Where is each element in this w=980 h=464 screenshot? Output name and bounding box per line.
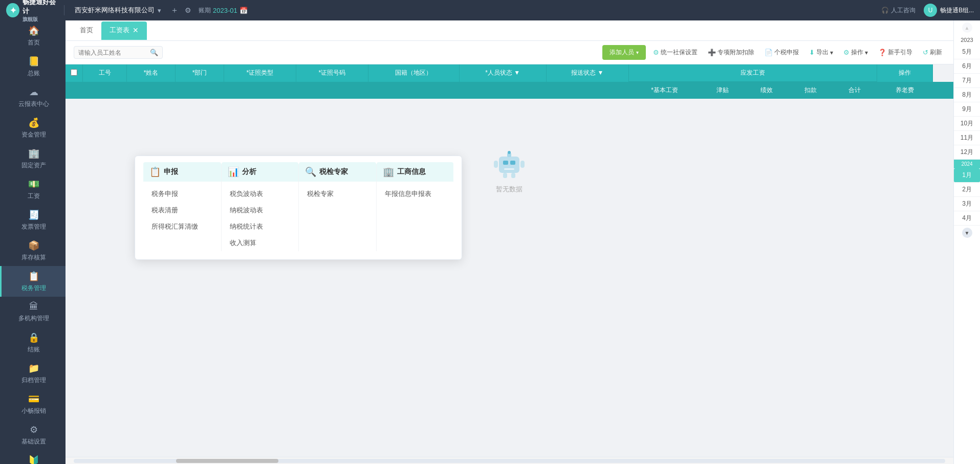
social-insurance-button[interactable]: ⚙ 统一社保设置 — [650, 48, 701, 57]
period-value[interactable]: 2023-01 — [213, 7, 237, 14]
funds-icon: 💰 — [28, 117, 39, 128]
export-icon: ⬇ — [809, 49, 815, 56]
th-sub-empty — [66, 82, 628, 99]
popup-section-business-info: 🏢 工商信息 年报信息申报表 — [376, 164, 454, 251]
svg-rect-1 — [503, 161, 508, 165]
user-menu[interactable]: U 畅捷通B组... — [924, 4, 974, 17]
report-filter-icon[interactable]: ▼ — [597, 69, 603, 76]
tab-close-icon[interactable]: ✕ — [133, 26, 139, 34]
company-selector[interactable]: 西安虾米网络科技有限公司 ▾ — [69, 6, 167, 15]
export-button[interactable]: ⬇ 导出 ▾ — [806, 48, 836, 57]
sidebar-item-tax[interactable]: 📋 税务管理 — [0, 266, 66, 297]
cal-month-12[interactable]: 12月 — [954, 145, 980, 160]
popup-item-tax-expert[interactable]: 税检专家 — [305, 186, 370, 202]
company-settings-icon[interactable]: ⚙ — [182, 6, 194, 14]
calendar-up-button[interactable]: ▲ — [962, 23, 972, 33]
th-salary-group: 应发工资 — [628, 64, 877, 82]
home-icon: 🏠 — [28, 25, 39, 36]
newbie-guide-button[interactable]: ❓ 新手引导 — [875, 48, 916, 57]
sidebar-item-ledger[interactable]: 📒 总账 — [0, 51, 66, 82]
sidebar-item-basic-settings[interactable]: ⚙ 基础设置 — [0, 419, 66, 450]
fixed-assets-icon: 🏢 — [28, 148, 39, 159]
cal-month-5[interactable]: 5月 — [954, 45, 980, 59]
tax-declaration-icon: 📄 — [765, 49, 773, 56]
sidebar-item-funds[interactable]: 💰 资金管理 — [0, 113, 66, 143]
cal-month-2[interactable]: 2月 — [954, 183, 980, 197]
horizontal-scrollbar[interactable] — [66, 457, 953, 464]
popup-section-analysis: 📊 分析 税负波动表 纳税波动表 纳税统计表 收入测算 — [221, 164, 299, 251]
cal-month-6[interactable]: 6月 — [954, 59, 980, 74]
th-performance: 绩效 — [745, 82, 789, 99]
invoice-icon: 🧾 — [28, 209, 39, 220]
operations-icon: ⚙ — [843, 49, 850, 56]
popup-section-title-analysis: 📊 分析 — [222, 162, 299, 182]
sidebar-item-invoice[interactable]: 🧾 发票管理 — [0, 205, 66, 235]
tax-icon: 📋 — [28, 271, 39, 282]
tab-salary[interactable]: 工资表 ✕ — [101, 21, 147, 40]
svg-rect-0 — [499, 157, 519, 173]
calendar-icon[interactable]: 📅 — [239, 7, 248, 14]
divider-1 — [64, 5, 64, 15]
popup-item-annual-report[interactable]: 年报信息申报表 — [383, 186, 448, 202]
status-filter-icon[interactable]: ▼ — [514, 69, 520, 76]
export-chevron-icon: ▾ — [830, 49, 833, 56]
sidebar-item-marketing[interactable]: 💳 小畅报销 — [0, 389, 66, 419]
popup-item-tax-burden[interactable]: 税负波动表 — [228, 186, 293, 202]
sidebar-item-cloud-report[interactable]: ☁ 云报表中心 — [0, 82, 66, 113]
cal-year-2023: 2023 — [954, 35, 980, 45]
sidebar: 🏠 首页 📒 总账 ☁ 云报表中心 💰 资金管理 🏢 固定资产 💵 工资 🧾 发… — [0, 20, 66, 464]
th-status: *人员状态 ▼ — [459, 64, 546, 82]
calendar-down-button[interactable]: ▼ — [962, 228, 972, 238]
app-edition: 旗舰版 — [23, 16, 60, 23]
cal-month-10[interactable]: 10月 — [954, 117, 980, 131]
sidebar-item-multi-org[interactable]: 🏛 多机构管理 — [0, 297, 66, 327]
sidebar-item-close-period[interactable]: 🔒 结账 — [0, 327, 66, 358]
search-input[interactable] — [78, 49, 150, 56]
sidebar-item-fixed-assets[interactable]: 🏢 固定资产 — [0, 143, 66, 174]
popup-item-income-tax-calc[interactable]: 所得税汇算清缴 — [149, 218, 215, 235]
th-checkbox[interactable] — [66, 64, 83, 82]
svg-rect-2 — [510, 161, 515, 165]
sidebar-item-home[interactable]: 🏠 首页 — [0, 20, 66, 51]
select-all-checkbox[interactable] — [71, 69, 77, 76]
tax-expert-icon: 🔍 — [305, 166, 316, 178]
popup-item-tax-payment[interactable]: 纳税波动表 — [228, 202, 293, 218]
th-citizenship: 国籍（地区） — [368, 64, 459, 82]
add-company-button[interactable]: ＋ — [167, 5, 182, 16]
cal-month-9[interactable]: 9月 — [954, 102, 980, 117]
company-name: 西安虾米网络科技有限公司 — [75, 6, 155, 15]
sidebar-item-archive[interactable]: 📁 归档管理 — [0, 358, 66, 389]
sidebar-item-inventory[interactable]: 📦 库存核算 — [0, 235, 66, 266]
customer-service-button[interactable]: 🎧 人工咨询 — [881, 6, 916, 15]
operations-chevron-icon: ▾ — [865, 49, 868, 56]
cal-month-3[interactable]: 3月 — [954, 197, 980, 211]
archive-icon: 📁 — [28, 363, 39, 374]
refresh-button[interactable]: ↺ 刷新 — [920, 48, 945, 57]
add-person-button[interactable]: 添加人员 ▾ — [602, 45, 646, 60]
sidebar-item-salary[interactable]: 💵 工资 — [0, 174, 66, 205]
sidebar-item-guide[interactable]: 🔰 新手引导 — [0, 450, 66, 464]
cal-month-1[interactable]: 1月 — [954, 168, 980, 183]
tax-declaration-button[interactable]: 📄 个税申报 — [761, 48, 802, 57]
social-insurance-icon: ⚙ — [653, 49, 659, 56]
popup-section-title-business-info: 🏢 工商信息 — [377, 162, 454, 182]
cal-month-8[interactable]: 8月 — [954, 88, 980, 102]
app-logo: ✦ 畅捷通好会计 旗舰版 — [6, 0, 60, 23]
cal-month-11[interactable]: 11月 — [954, 131, 980, 145]
svg-rect-7 — [520, 161, 525, 168]
cal-month-7[interactable]: 7月 — [954, 74, 980, 88]
popup-item-tax-filing[interactable]: 税务申报 — [149, 186, 215, 202]
popup-item-income-calc[interactable]: 收入测算 — [228, 235, 293, 251]
th-allowance: 津贴 — [701, 82, 745, 99]
tab-home[interactable]: 首页 — [72, 21, 101, 40]
scrollbar-thumb[interactable] — [176, 459, 278, 463]
logo-text-block: 畅捷通好会计 旗舰版 — [23, 0, 60, 23]
th-name: *姓名 — [127, 64, 176, 82]
popup-item-tax-stats[interactable]: 纳税统计表 — [228, 218, 293, 235]
tab-bar: 首页 工资表 ✕ — [66, 20, 953, 41]
special-deduction-button[interactable]: ➕ 专项附加扣除 — [705, 48, 757, 57]
popup-item-tax-form[interactable]: 税表清册 — [149, 202, 215, 218]
cal-month-4[interactable]: 4月 — [954, 211, 980, 226]
operations-button[interactable]: ⚙ 操作 ▾ — [840, 48, 871, 57]
marketing-icon: 💳 — [28, 393, 39, 405]
